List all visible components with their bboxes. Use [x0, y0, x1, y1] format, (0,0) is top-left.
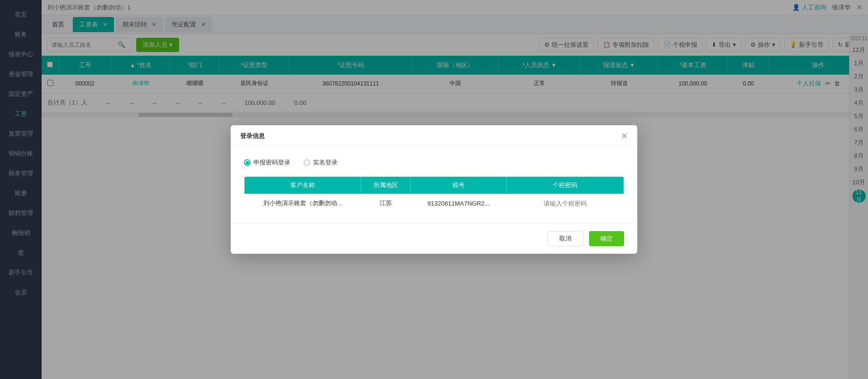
- inner-cell-region: 江苏: [361, 194, 410, 214]
- modal-title: 登录信息: [240, 132, 265, 140]
- radio-password-circle: [244, 159, 251, 166]
- inner-col-name: 客户名称: [244, 177, 361, 194]
- modal-overlay: 登录信息 ✕ 申报密码登录 实名登录 客户名称 所属地区: [0, 0, 868, 379]
- modal-header: 登录信息 ✕: [231, 125, 637, 147]
- radio-group: 申报密码登录 实名登录: [244, 158, 624, 167]
- inner-cell-taxid: 91320811MA7NGR2...: [411, 194, 507, 214]
- inner-cell-password[interactable]: [506, 194, 624, 214]
- confirm-button[interactable]: 确定: [589, 231, 624, 246]
- inner-col-taxid: 税号: [411, 177, 507, 194]
- login-table: 客户名称 所属地区 税号 个税密码 刘小艳演示账套（勿删勿动... 江苏 913…: [244, 176, 624, 214]
- login-info-modal: 登录信息 ✕ 申报密码登录 实名登录 客户名称 所属地区: [231, 125, 637, 254]
- radio-realname-circle: [304, 159, 310, 166]
- inner-cell-name: 刘小艳演示账套（勿删勿动...: [244, 194, 361, 214]
- modal-footer: 取消 确定: [231, 223, 637, 254]
- radio-realname-login[interactable]: 实名登录: [304, 158, 338, 167]
- inner-col-region: 所属地区: [361, 177, 410, 194]
- cancel-button[interactable]: 取消: [547, 231, 583, 246]
- modal-body: 申报密码登录 实名登录 客户名称 所属地区 税号 个税密码: [231, 147, 637, 223]
- radio-password-login[interactable]: 申报密码登录: [244, 158, 290, 167]
- password-input[interactable]: [514, 200, 616, 207]
- inner-col-password: 个税密码: [506, 177, 624, 194]
- modal-close-button[interactable]: ✕: [621, 131, 628, 141]
- inner-table-row: 刘小艳演示账套（勿删勿动... 江苏 91320811MA7NGR2...: [244, 194, 624, 214]
